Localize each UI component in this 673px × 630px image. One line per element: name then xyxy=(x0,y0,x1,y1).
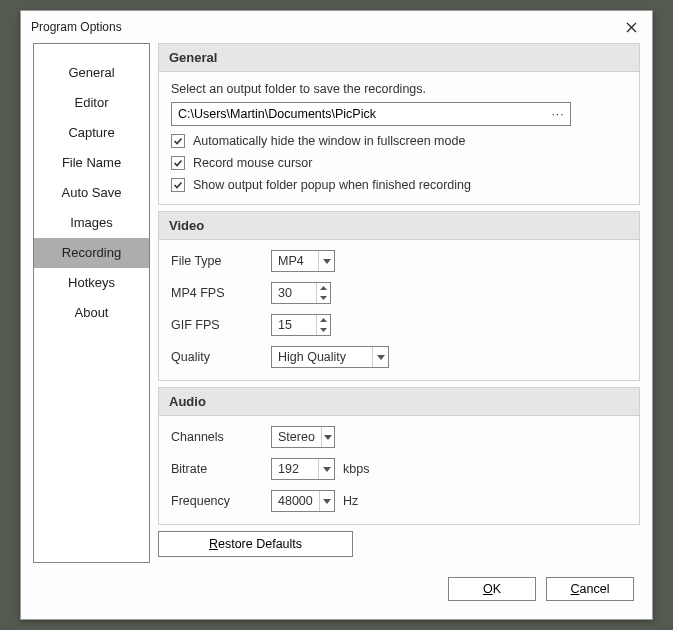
output-folder-input[interactable] xyxy=(172,107,546,121)
chevron-up-icon xyxy=(320,286,327,290)
audio-panel: Audio Channels Stereo Bitrate 192 xyxy=(158,387,640,525)
channels-label: Channels xyxy=(171,430,271,444)
frequency-value: 48000 xyxy=(272,494,319,508)
window-title: Program Options xyxy=(31,20,122,34)
footer: OK Cancel xyxy=(21,571,652,601)
bitrate-drop[interactable] xyxy=(318,459,334,479)
quality-label: Quality xyxy=(171,350,271,364)
file-type-value: MP4 xyxy=(272,254,318,268)
chevron-down-icon xyxy=(377,355,385,360)
ok-button[interactable]: OK xyxy=(448,577,536,601)
sidebar-item-hotkeys[interactable]: Hotkeys xyxy=(34,268,149,298)
channels-drop[interactable] xyxy=(321,427,334,447)
close-button[interactable] xyxy=(616,15,646,39)
channels-value: Stereo xyxy=(272,430,321,444)
file-type-label: File Type xyxy=(171,254,271,268)
mp4-fps-spinner[interactable]: 30 xyxy=(271,282,331,304)
file-type-drop[interactable] xyxy=(318,251,334,271)
frequency-label: Frequency xyxy=(171,494,271,508)
video-header: Video xyxy=(159,212,639,240)
frequency-combo[interactable]: 48000 xyxy=(271,490,335,512)
gif-fps-spinner[interactable]: 15 xyxy=(271,314,331,336)
check-show-popup-label: Show output folder popup when finished r… xyxy=(193,178,471,192)
frequency-unit: Hz xyxy=(343,494,358,508)
output-folder-field: ··· xyxy=(171,102,571,126)
sidebar-item-about[interactable]: About xyxy=(34,298,149,328)
restore-defaults-button[interactable]: Restore Defaults xyxy=(158,531,353,557)
sidebar-item-capture[interactable]: Capture xyxy=(34,118,149,148)
check-record-cursor-label: Record mouse cursor xyxy=(193,156,313,170)
chevron-down-icon xyxy=(320,328,327,332)
chevron-down-icon xyxy=(323,467,331,472)
check-auto-hide[interactable] xyxy=(171,134,185,148)
gif-fps-value: 15 xyxy=(272,318,316,332)
check-show-popup[interactable] xyxy=(171,178,185,192)
close-icon xyxy=(626,22,637,33)
checkmark-icon xyxy=(173,158,183,168)
quality-value: High Quality xyxy=(272,350,372,364)
video-panel: Video File Type MP4 MP4 FPS 30 xyxy=(158,211,640,381)
sidebar-item-editor[interactable]: Editor xyxy=(34,88,149,118)
mp4-fps-down[interactable] xyxy=(317,293,330,303)
sidebar-item-auto-save[interactable]: Auto Save xyxy=(34,178,149,208)
mp4-fps-label: MP4 FPS xyxy=(171,286,271,300)
mp4-fps-up[interactable] xyxy=(317,283,330,293)
output-folder-desc: Select an output folder to save the reco… xyxy=(171,82,627,96)
titlebar: Program Options xyxy=(21,11,652,43)
sidebar-item-file-name[interactable]: File Name xyxy=(34,148,149,178)
general-header: General xyxy=(159,44,639,72)
chevron-down-icon xyxy=(323,259,331,264)
chevron-down-icon xyxy=(320,296,327,300)
sidebar: General Editor Capture File Name Auto Sa… xyxy=(33,43,150,563)
general-panel: General Select an output folder to save … xyxy=(158,43,640,205)
content-area: General Select an output folder to save … xyxy=(150,43,640,563)
bitrate-unit: kbps xyxy=(343,462,369,476)
check-auto-hide-label: Automatically hide the window in fullscr… xyxy=(193,134,465,148)
gif-fps-down[interactable] xyxy=(317,325,330,335)
sidebar-item-recording[interactable]: Recording xyxy=(34,238,149,268)
chevron-down-icon xyxy=(324,435,332,440)
program-options-dialog: Program Options General Editor Capture F… xyxy=(20,10,653,620)
gif-fps-label: GIF FPS xyxy=(171,318,271,332)
chevron-up-icon xyxy=(320,318,327,322)
bitrate-value: 192 xyxy=(272,462,318,476)
channels-combo[interactable]: Stereo xyxy=(271,426,335,448)
sidebar-item-images[interactable]: Images xyxy=(34,208,149,238)
cancel-button[interactable]: Cancel xyxy=(546,577,634,601)
bitrate-label: Bitrate xyxy=(171,462,271,476)
browse-button[interactable]: ··· xyxy=(546,107,570,121)
sidebar-item-general[interactable]: General xyxy=(34,58,149,88)
quality-drop[interactable] xyxy=(372,347,388,367)
file-type-combo[interactable]: MP4 xyxy=(271,250,335,272)
chevron-down-icon xyxy=(323,499,331,504)
gif-fps-up[interactable] xyxy=(317,315,330,325)
checkmark-icon xyxy=(173,136,183,146)
checkmark-icon xyxy=(173,180,183,190)
mp4-fps-value: 30 xyxy=(272,286,316,300)
check-record-cursor[interactable] xyxy=(171,156,185,170)
audio-header: Audio xyxy=(159,388,639,416)
frequency-drop[interactable] xyxy=(319,491,334,511)
quality-combo[interactable]: High Quality xyxy=(271,346,389,368)
bitrate-combo[interactable]: 192 xyxy=(271,458,335,480)
